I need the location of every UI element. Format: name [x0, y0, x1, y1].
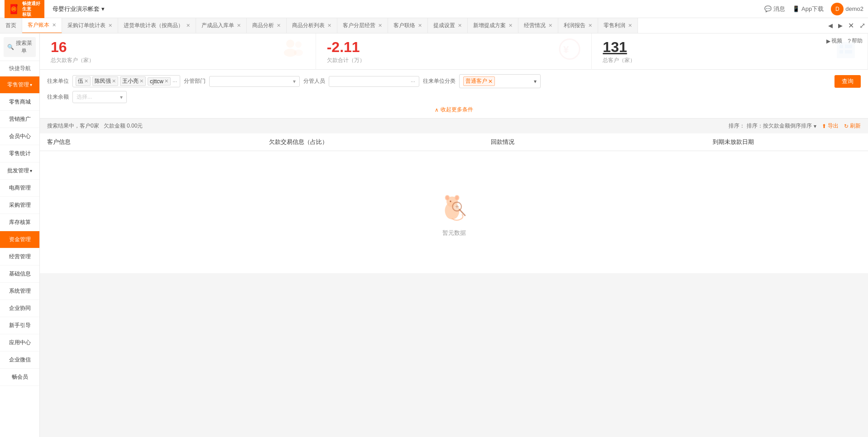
- balance-select[interactable]: 选择... ▾: [72, 91, 127, 103]
- refresh-button[interactable]: ↻ 刷新: [844, 122, 861, 130]
- sidebar-item-app-center[interactable]: 应用中心: [0, 334, 39, 352]
- tab-home[interactable]: 首页: [0, 18, 22, 33]
- tab-cost-in[interactable]: 产成品入库单 ✕: [196, 18, 247, 33]
- sidebar-item-operations[interactable]: 经营管理: [0, 248, 39, 266]
- system-selector[interactable]: 母婴行业演示帐套 ▾: [49, 5, 108, 13]
- remove-tag-icon[interactable]: ✕: [488, 78, 493, 85]
- tab-purchase-stats[interactable]: 进货单统计表（按商品） ✕: [118, 18, 196, 33]
- search-icon: 🔍: [7, 44, 14, 50]
- unit-tag-wang[interactable]: 王小亮 ✕: [120, 76, 146, 86]
- close-icon[interactable]: ✕: [108, 23, 112, 28]
- message-icon: 💬: [764, 5, 772, 12]
- sort-selector[interactable]: 排序： 排序：按欠款金额倒序排序 ▾: [729, 122, 816, 130]
- remove-tag-icon[interactable]: ✕: [112, 78, 116, 84]
- sidebar-item-capital[interactable]: 资金管理: [0, 231, 39, 248]
- top-right-area: 💬 消息 📱 App下载 D demo2: [764, 3, 863, 15]
- sidebar-item-new-guide[interactable]: 新手引导: [0, 317, 39, 334]
- tab-customer-contact[interactable]: 客户联络 ✕: [388, 18, 428, 33]
- close-icon[interactable]: ✕: [186, 23, 190, 28]
- close-icon[interactable]: ✕: [628, 23, 632, 28]
- sidebar-item-retail-stats[interactable]: 零售统计: [0, 145, 39, 162]
- tab-biz-status[interactable]: 经营情况 ✕: [518, 18, 558, 33]
- svg-point-16: [446, 196, 449, 200]
- query-button[interactable]: 查询: [834, 75, 861, 88]
- help-area: ▶ 视频 ? 帮助: [826, 37, 863, 45]
- tab-goods-analysis[interactable]: 商品分析 ✕: [247, 18, 287, 33]
- video-help-button[interactable]: ▶ 视频: [826, 37, 842, 45]
- sidebar-item-pro-member[interactable]: 畅会员: [0, 369, 39, 386]
- close-all-tabs-button[interactable]: ✕: [845, 21, 857, 30]
- sidebar-item-retail-mall[interactable]: 零售商城: [0, 94, 39, 111]
- sidebar-item-members[interactable]: 会员中心: [0, 128, 39, 145]
- more-tags-icon[interactable]: ···: [173, 78, 177, 85]
- remove-tag-icon[interactable]: ✕: [84, 78, 88, 84]
- unit-filter-tags[interactable]: 伍 ✕ 陈民强 ✕ 王小亮 ✕ cjttcw ✕ ···: [72, 75, 180, 87]
- close-icon[interactable]: ✕: [548, 23, 552, 28]
- logo[interactable]: 🧧 畅捷通好生意 标版: [5, 0, 44, 18]
- stats-bar: 16 总欠款客户（家） -2.11 欠款合计（万）: [40, 33, 868, 70]
- tab-customer-book[interactable]: 客户账本 ✕: [22, 18, 62, 33]
- tab-raise-settings[interactable]: 提成设置 ✕: [428, 18, 468, 33]
- dept-select[interactable]: ▾: [209, 76, 300, 87]
- nav-prev-arrow[interactable]: ◀: [825, 22, 835, 29]
- category-tag[interactable]: 普通客户 ✕: [463, 76, 495, 86]
- result-actions: 排序： 排序：按欠款金额倒序排序 ▾ ⬆ 导出 ↻ 刷新: [729, 122, 861, 130]
- close-icon[interactable]: ✕: [52, 22, 56, 28]
- message-button[interactable]: 💬 消息: [764, 5, 785, 13]
- sidebar-item-system[interactable]: 系统管理: [0, 283, 39, 300]
- close-icon[interactable]: ✕: [508, 23, 513, 28]
- nav-next-arrow[interactable]: ▶: [835, 22, 845, 29]
- help-button[interactable]: ? 帮助: [848, 37, 863, 45]
- close-icon[interactable]: ✕: [418, 23, 422, 28]
- unit-tag-chen[interactable]: 陈民强 ✕: [92, 76, 118, 86]
- sidebar-item-ecommerce[interactable]: 电商管理: [0, 180, 39, 197]
- money-icon: ¥: [557, 36, 582, 66]
- search-menu-button[interactable]: 🔍 搜索菜单: [4, 37, 36, 57]
- sidebar-item-basic-info[interactable]: 基础信息: [0, 266, 39, 283]
- sidebar-item-enterprise[interactable]: 企业协同: [0, 300, 39, 317]
- remove-tag-icon[interactable]: ✕: [164, 78, 168, 84]
- filter-bar: 往来单位 伍 ✕ 陈民强 ✕ 王小亮 ✕ cjttcw: [40, 70, 868, 119]
- sidebar-item-corp-wechat[interactable]: 企业微信: [0, 352, 39, 369]
- sidebar-item-wholesale[interactable]: 批发管理 ▾: [0, 162, 39, 180]
- video-icon: ▶: [826, 38, 830, 44]
- collapse-filter-button[interactable]: ∧ 收起更多条件: [435, 106, 473, 114]
- question-icon: ?: [848, 38, 851, 44]
- close-icon[interactable]: ✕: [588, 23, 592, 28]
- sidebar-item-purchase[interactable]: 采购管理: [0, 197, 39, 214]
- tab-retail-profit[interactable]: 零售利润 ✕: [598, 18, 638, 33]
- export-button[interactable]: ⬆ 导出: [822, 122, 839, 130]
- person-select[interactable]: ···: [329, 76, 419, 87]
- credit-total-label: 欠款合计（万）: [327, 57, 365, 64]
- sidebar: 🔍 搜索菜单 快捷导航 零售管理 ▾ 零售商城 营销推广 会员中心 零售统计 批…: [0, 33, 40, 437]
- close-icon[interactable]: ✕: [378, 23, 382, 28]
- sidebar-item-inventory[interactable]: 库存核算: [0, 214, 39, 231]
- credit-customers-number: 16: [51, 39, 67, 56]
- tab-purchase-order[interactable]: 采购订单统计表 ✕: [62, 18, 118, 33]
- tab-profit-report[interactable]: 利润报告 ✕: [558, 18, 598, 33]
- quick-nav-button[interactable]: 快捷导航: [0, 61, 39, 76]
- app-download-button[interactable]: 📱 App下载: [792, 5, 824, 13]
- close-icon[interactable]: ✕: [237, 23, 241, 28]
- sidebar-item-marketing[interactable]: 营销推广: [0, 111, 39, 128]
- sidebar-item-retail-mgmt[interactable]: 零售管理 ▾: [0, 76, 39, 94]
- remove-tag-icon[interactable]: ✕: [139, 78, 144, 84]
- table-header: 客户信息 欠款交易信息（占比） 回款情况 到期未放款日期: [40, 133, 868, 151]
- close-icon[interactable]: ✕: [277, 23, 281, 28]
- unit-tag-cjttcw[interactable]: cjttcw ✕: [148, 77, 171, 86]
- user-profile[interactable]: D demo2: [831, 3, 863, 15]
- filter-row-1: 往来单位 伍 ✕ 陈民强 ✕ 王小亮 ✕ cjttcw: [47, 74, 861, 88]
- empty-illustration: [436, 187, 472, 223]
- close-icon[interactable]: ✕: [327, 23, 331, 28]
- close-icon[interactable]: ✕: [458, 23, 462, 28]
- tab-goods-list[interactable]: 商品分析列表 ✕: [287, 18, 337, 33]
- avatar: D: [831, 3, 844, 15]
- tab-new-raise[interactable]: 新增提成方案 ✕: [468, 18, 518, 33]
- category-select[interactable]: 普通客户 ✕ ▾: [459, 74, 541, 88]
- tab-customer-tier[interactable]: 客户分层经营 ✕: [337, 18, 388, 33]
- filter-row-2: 往来余额 选择... ▾: [47, 91, 861, 103]
- unit-tag-wu[interactable]: 伍 ✕: [76, 76, 91, 86]
- col-customer-info: 客户信息: [47, 138, 269, 146]
- nav-expand-icon[interactable]: ⤢: [857, 21, 868, 30]
- empty-label: 暂元数据: [442, 229, 466, 237]
